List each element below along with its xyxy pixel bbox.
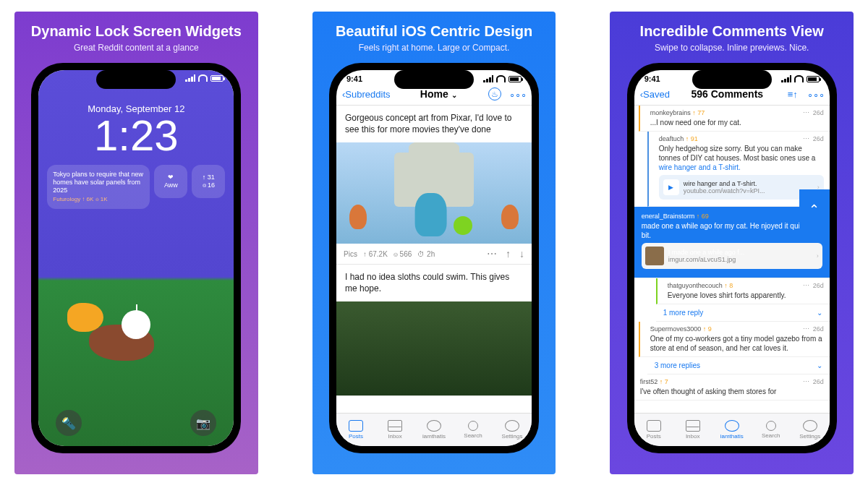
post-subreddit[interactable]: Pics — [344, 250, 357, 258]
chevron-up-icon: ⌃ — [809, 202, 820, 218]
promo-panel-lockscreen: Dynamic Lock Screen Widgets Great Reddit… — [14, 12, 258, 474]
downvote-button[interactable]: ↓ — [519, 248, 524, 260]
tab-inbox[interactable]: Inbox — [673, 414, 712, 446]
battery-icon — [807, 76, 820, 82]
camera-button[interactable]: 📷 — [190, 410, 216, 436]
battery-icon — [509, 76, 522, 82]
comment-more-icon[interactable]: ⋯ — [803, 282, 809, 289]
lock-screen: Monday, September 12 1:23 Tokyo plans to… — [38, 70, 234, 446]
filter-button[interactable]: ♨ — [487, 86, 503, 102]
tab-settings[interactable]: Settings — [791, 414, 830, 446]
comment-age: 26d — [813, 378, 824, 385]
phone-frame: 9:41 ‹Subreddits Home ⌄ ♨ ∘∘∘ Gorgeous c… — [329, 63, 539, 453]
post-image — [336, 301, 532, 395]
comment-upvotes: ↑ 69 — [697, 213, 709, 220]
comment-upvotes: ↑ 8 — [724, 282, 733, 289]
comment-author[interactable]: monkeybrains — [650, 109, 691, 116]
tab-label: Search — [464, 432, 482, 439]
comment-body: Everyone loves shirt forts apparently. — [668, 291, 824, 300]
lock-widgets: Tokyo plans to require that new homes ha… — [38, 158, 234, 216]
comment-age: 26d — [813, 325, 824, 333]
tab-posts[interactable]: Posts — [634, 414, 673, 446]
post-meta: Pics ↑ 67.2K ⌾ 566 ⏱ 2h ⋯ ↑ ↓ — [336, 244, 532, 264]
tab-settings[interactable]: Settings — [493, 414, 532, 446]
flashlight-icon: 🔦 — [61, 416, 76, 430]
post-image — [336, 142, 532, 244]
more-button[interactable]: ∘∘∘ — [808, 86, 824, 102]
comment[interactable]: monkeybrains ↑ 77⋯ 26d...I now need one … — [639, 106, 830, 132]
more-icon: ∘∘∘ — [509, 89, 527, 100]
tab-label: iamthatis — [720, 433, 744, 440]
search-icon — [766, 421, 776, 431]
thumbnail — [645, 247, 664, 265]
status-time: 9:41 — [346, 74, 362, 83]
comment[interactable]: first52 ↑ 7⋯ 26dI've often thought of as… — [634, 374, 830, 401]
widget-upvotes: ↑ 31 — [203, 174, 215, 181]
post-more-button[interactable]: ⋯ — [487, 248, 497, 260]
comment-author[interactable]: eneral_Brainstorm — [642, 213, 695, 220]
comment-more-icon[interactable]: ⋯ — [803, 325, 809, 333]
widget-aww[interactable]: ❤ Aww — [154, 165, 187, 198]
phone-frame: 9:41 ‹Saved 596 Comments ≡↑ ∘∘∘ ⌃ monkey… — [627, 63, 837, 453]
comment[interactable]: Supermoves3000 ↑ 9⋯ 26dOne of my co-work… — [639, 322, 830, 357]
tab-label: Posts — [349, 433, 363, 440]
widget-meta: Futurology ↑ 6K ⌾ 1K — [53, 196, 144, 203]
back-button[interactable]: ‹Saved — [640, 89, 670, 100]
image-preview-card[interactable]: I made one a while ago f...imgur.com/aLv… — [642, 243, 822, 269]
tab-label: iamthatis — [422, 433, 446, 440]
notch — [394, 70, 474, 89]
comment-upvotes: ↑ 7 — [660, 378, 668, 385]
post-card[interactable]: I had no idea sloths could swim. This gi… — [336, 265, 532, 396]
more-replies-link[interactable]: 1 more reply⌄ — [656, 304, 830, 322]
nav-title: 596 Comments — [691, 88, 763, 100]
comment-author[interactable]: Supermoves3000 — [650, 325, 702, 333]
widget-stats[interactable]: ↑ 31 ⌾ 16 — [192, 165, 225, 198]
tab-search[interactable]: Search — [454, 414, 493, 446]
tab-profile[interactable]: iamthatis — [712, 414, 752, 446]
post-card[interactable]: Gorgeous concept art from Pixar, I'd lov… — [336, 106, 532, 265]
post-title: I had no idea sloths could swim. This gi… — [336, 265, 532, 301]
comment-upvotes: ↑ 9 — [703, 325, 712, 333]
collapse-swipe-button[interactable]: ⌃ — [799, 189, 830, 230]
comment-age: 26d — [813, 109, 824, 116]
comment-body: ...I now need one for my cat. — [650, 118, 824, 127]
more-button[interactable]: ∘∘∘ — [510, 86, 526, 102]
panel-title: Beautiful iOS Centric Design — [336, 23, 532, 40]
sort-button[interactable]: ≡↑ — [785, 86, 801, 102]
comment-body: I've often thought of asking them stores… — [640, 387, 824, 396]
nav-title[interactable]: Home ⌄ — [420, 88, 457, 100]
tab-profile[interactable]: iamthatis — [414, 414, 454, 446]
comment-author[interactable]: first52 — [640, 378, 658, 385]
comment-more-icon[interactable]: ⋯ — [803, 109, 809, 116]
comment-more-icon[interactable]: ⋯ — [803, 378, 809, 385]
comment-upvotes: ↑ 77 — [692, 109, 705, 116]
upvote-button[interactable]: ↑ — [506, 248, 511, 260]
comments-list[interactable]: monkeybrains ↑ 77⋯ 26d...I now need one … — [634, 106, 830, 412]
panel-subtitle: Great Reddit content at a glance — [74, 43, 199, 53]
widget-headline[interactable]: Tokyo plans to require that new homes ha… — [47, 165, 150, 209]
heart-icon: ❤ — [168, 174, 174, 181]
tab-inbox[interactable]: Inbox — [375, 414, 414, 446]
comment-author[interactable]: deaftuch — [659, 135, 684, 142]
promo-panel-comments: Incredible Comments View Swipe to collap… — [610, 12, 854, 474]
comment-author[interactable]: thatguyonthecouch — [668, 282, 723, 289]
flame-icon: ♨ — [488, 87, 501, 100]
comment-more-icon[interactable]: ⋯ — [803, 135, 809, 142]
inbox-icon — [686, 420, 700, 432]
posts-icon — [647, 420, 661, 432]
tab-posts[interactable]: Posts — [336, 414, 375, 446]
user-icon — [427, 420, 441, 432]
wifi-icon — [198, 74, 208, 82]
flashlight-button[interactable]: 🔦 — [56, 410, 82, 436]
gear-icon — [505, 420, 519, 432]
tab-label: Posts — [647, 433, 661, 440]
comment[interactable]: thatguyonthecouch ↑ 8⋯ 26dEveryone loves… — [656, 278, 830, 304]
back-button[interactable]: ‹Subreddits — [342, 89, 391, 100]
comment-body: Only hedgehog size sorry. But you can ma… — [659, 144, 824, 172]
tab-search[interactable]: Search — [752, 414, 791, 446]
comment-body: made one a while ago for my cat. He njoy… — [642, 221, 822, 240]
search-icon — [468, 421, 478, 431]
chevron-down-icon: ⌄ — [817, 361, 822, 369]
more-replies-link[interactable]: 3 more replies⌄ — [647, 357, 830, 374]
panel-subtitle: Swipe to collapse. Inline previews. Nice… — [655, 43, 809, 53]
